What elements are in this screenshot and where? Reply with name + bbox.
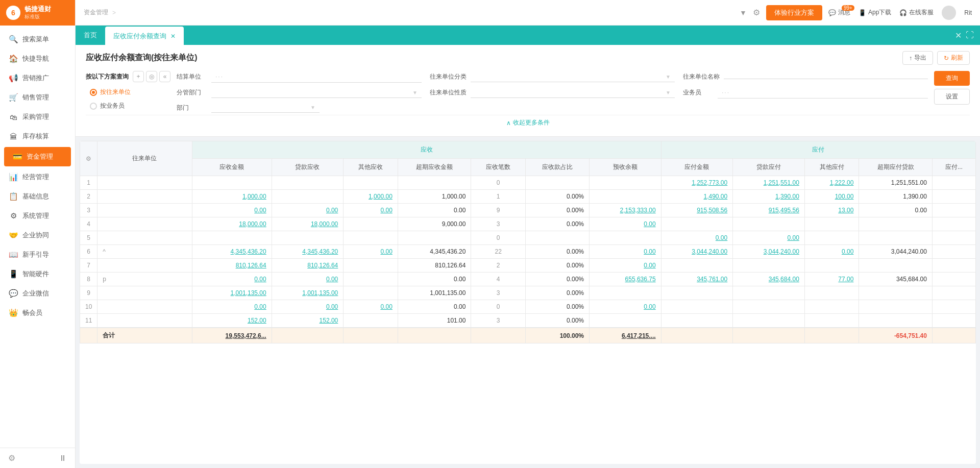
input-jsdw[interactable]: ··· — [211, 71, 422, 83]
sidebar-item-7[interactable]: 📊 经营管理 — [0, 167, 75, 187]
cell-dkys[interactable]: 4,345,436.20 — [272, 245, 344, 259]
sidebar-item-3[interactable]: 🛒 销售管理 — [0, 88, 75, 107]
cell-partner — [97, 300, 192, 314]
sidebar-item-1[interactable]: 🏠 快捷导航 — [0, 49, 75, 68]
sidebar-item-13[interactable]: 💬 企业微信 — [0, 284, 75, 303]
cell-yfje[interactable]: 915,508.56 — [661, 204, 733, 217]
input-bm[interactable]: ▼ — [211, 103, 320, 113]
cell-qtyf[interactable]: 77.00 — [804, 273, 859, 286]
sidebar-item-8[interactable]: 📋 基础信息 — [0, 187, 75, 206]
cell-ysje[interactable]: 0.00 — [192, 273, 272, 286]
collapse-bar[interactable]: ∧ 收起更多条件 — [86, 115, 970, 130]
cell-dkys[interactable]: 18,000.00 — [272, 217, 344, 231]
input-fgbm[interactable]: ▼ — [211, 88, 422, 98]
refresh-btn[interactable]: ↻ 刷新 — [937, 51, 970, 65]
input-lwdwfl[interactable]: ▼ — [471, 72, 675, 82]
cell-ysje[interactable]: 810,126.64 — [192, 259, 272, 273]
cell-dkys[interactable]: 1,001,135.00 — [272, 286, 344, 300]
cell-yfje[interactable]: 1,252,773.00 — [661, 176, 733, 190]
query-btn[interactable]: 查询 — [934, 71, 970, 86]
cell-ysyue[interactable]: 2,153,333.00 — [590, 204, 662, 217]
cell-ysje[interactable]: 152.00 — [192, 314, 272, 328]
topbar-dropdown-icon[interactable]: ▼ — [740, 9, 747, 17]
cell-qtys[interactable]: 0.00 — [344, 245, 398, 259]
input-lwdwxz[interactable]: ▼ — [471, 88, 675, 98]
download-btn[interactable]: 📱 App下载 — [859, 8, 891, 17]
settings-footer-icon[interactable]: ⚙ — [8, 453, 15, 463]
cell-yfje[interactable]: 345,761.00 — [661, 273, 733, 286]
cell-qtyf[interactable]: 13.00 — [804, 204, 859, 217]
input-lwdwmc[interactable] — [724, 75, 928, 79]
cell-dkys[interactable]: 0.00 — [272, 273, 344, 286]
cell-ysje[interactable]: 18,000.00 — [192, 217, 272, 231]
sidebar-label-2: 营销推广 — [22, 73, 49, 83]
sidebar-item-6[interactable]: 💳 资金管理 — [4, 147, 71, 166]
scheme-btn[interactable]: 体验行业方案 — [766, 5, 822, 20]
footer-ysyue[interactable]: 6,417,215.... — [590, 328, 662, 343]
table-wrapper[interactable]: ⚙ 往来单位 应收 应付 应收金额 贷款应收 其他应收 超期应收金额 应收笔数 — [80, 141, 976, 464]
cell-dkyf[interactable]: 345,684.00 — [733, 273, 805, 286]
cell-qtyf[interactable]: 100.00 — [804, 190, 859, 204]
cell-dkys[interactable]: 810,126.64 — [272, 259, 344, 273]
option-by-salesman[interactable]: 按业务员 — [90, 100, 170, 112]
cell-yfje[interactable]: 3,044,240.00 — [661, 245, 733, 259]
cell-dkys[interactable]: 0.00 — [272, 204, 344, 217]
sidebar-item-12[interactable]: 📱 智能硬件 — [0, 264, 75, 284]
sidebar-item-5[interactable]: 🏛 库存核算 — [0, 127, 75, 146]
tabbar-expand-icon[interactable]: ⛶ — [966, 31, 974, 40]
cell-yfje[interactable]: 0.00 — [661, 231, 733, 245]
tab-home[interactable]: 首页 — [76, 26, 105, 45]
sidebar-item-0[interactable]: 🔍 搜索菜单 — [0, 30, 75, 49]
cell-yfje[interactable]: 1,490.00 — [661, 190, 733, 204]
cell-qtyf[interactable]: 1,222.00 — [804, 176, 859, 190]
footer-ysje[interactable]: 19,553,472,6... — [192, 328, 272, 343]
cell-dkyf[interactable]: 3,044,240.00 — [733, 245, 805, 259]
sidebar-item-14[interactable]: 👑 畅会员 — [0, 303, 75, 323]
sidebar-item-9[interactable]: ⚙ 系统管理 — [0, 206, 75, 226]
tab-receivable[interactable]: 应收应付余额查询 ✕ — [105, 27, 184, 46]
set-btn[interactable]: 设置 — [934, 89, 970, 105]
collapse-sidebar-icon[interactable]: ⏸ — [59, 454, 67, 463]
cell-ysyue[interactable]: 0.00 — [590, 259, 662, 273]
tabbar-close-icon[interactable]: ✕ — [955, 31, 962, 40]
sidebar-item-4[interactable]: 🛍 采购管理 — [0, 107, 75, 127]
cell-ysyue[interactable]: 0.00 — [590, 300, 662, 314]
sidebar-item-11[interactable]: 📖 新手引导 — [0, 245, 75, 264]
cell-dkyf[interactable]: 1,390.00 — [733, 190, 805, 204]
cell-dkys[interactable]: 0.00 — [272, 300, 344, 314]
cell-dkyf[interactable]: 1,251,551.00 — [733, 176, 805, 190]
cell-qtys — [344, 217, 398, 231]
message-btn[interactable]: 💬 消息 99+ — [828, 8, 850, 17]
cell-ysje[interactable]: 0.00 — [192, 300, 272, 314]
scheme-add-btn[interactable]: + — [133, 71, 144, 82]
cell-dkyf[interactable]: 0.00 — [733, 231, 805, 245]
scheme-collapse-btn[interactable]: « — [159, 71, 170, 82]
cell-ysyue[interactable]: 0.00 — [590, 217, 662, 231]
scheme-edit-btn[interactable]: ◎ — [146, 71, 157, 82]
export-btn[interactable]: ↑ 导出 — [902, 51, 933, 65]
cell-qtyf[interactable]: 0.00 — [804, 245, 859, 259]
cell-ysje[interactable]: 1,001,135.00 — [192, 286, 272, 300]
cell-ysje[interactable]: 0.00 — [192, 204, 272, 217]
cell-ysje — [192, 176, 272, 190]
sidebar-item-10[interactable]: 🤝 企业协同 — [0, 226, 75, 245]
cell-ysje[interactable]: 4,345,436.20 — [192, 245, 272, 259]
cell-qtys[interactable]: 0.00 — [344, 300, 398, 314]
cell-ysyue[interactable]: 0.00 — [590, 245, 662, 259]
cell-cqysje: 0.00 — [398, 273, 471, 286]
th-settings[interactable]: ⚙ — [80, 141, 97, 176]
cell-qtys[interactable]: 0.00 — [344, 204, 398, 217]
option-by-partner[interactable]: 按往来单位 — [90, 86, 170, 98]
tab-close-icon[interactable]: ✕ — [170, 33, 176, 40]
cell-dkys[interactable]: 152.00 — [272, 314, 344, 328]
sidebar-item-2[interactable]: 📢 营销推广 — [0, 68, 75, 88]
input-ywy[interactable]: ··· — [718, 87, 928, 98]
cell-ysje[interactable]: 1,000.00 — [192, 190, 272, 204]
table-settings-icon[interactable]: ⚙ — [86, 155, 91, 162]
cell-dkyf[interactable]: 915,495.56 — [733, 204, 805, 217]
cell-yf-ext — [932, 176, 975, 190]
topbar-gear-icon[interactable]: ⚙ — [753, 8, 760, 17]
cell-ysyue[interactable]: 655,636.75 — [590, 273, 662, 286]
service-btn[interactable]: 🎧 在线客服 — [899, 8, 934, 17]
cell-qtys[interactable]: 1,000.00 — [344, 190, 398, 204]
